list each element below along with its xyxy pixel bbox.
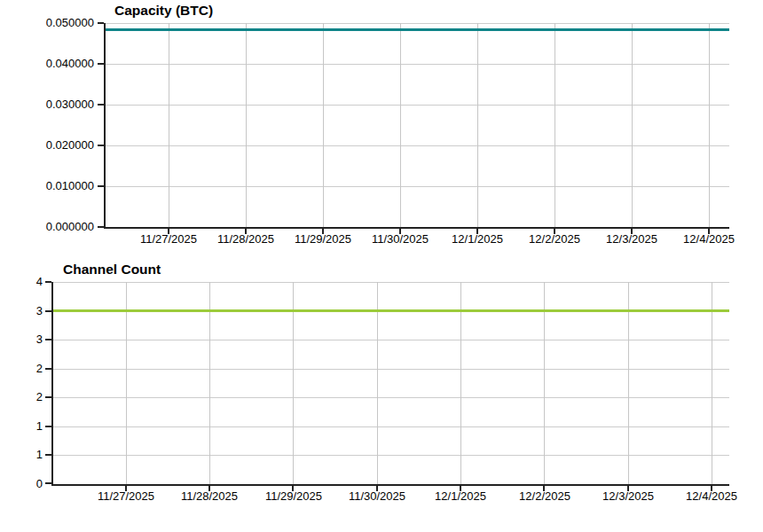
y-axis-tick bbox=[45, 396, 51, 398]
y-axis-tick bbox=[45, 368, 51, 370]
y-axis-label: 2 bbox=[16, 390, 43, 404]
y-axis-label: 3 bbox=[16, 304, 43, 318]
y-axis-label: 0.010000 bbox=[23, 179, 94, 193]
y-axis-label: 0.040000 bbox=[23, 57, 94, 71]
gridline bbox=[106, 23, 729, 24]
gridline bbox=[126, 282, 127, 484]
gridline bbox=[460, 282, 461, 484]
gridline bbox=[106, 64, 729, 65]
channel-count-plot-area bbox=[51, 282, 729, 486]
x-axis-label: 12/1/2025 bbox=[421, 489, 500, 503]
y-axis-tick bbox=[45, 426, 51, 427]
gridline bbox=[377, 282, 378, 484]
x-axis-label: 12/4/2025 bbox=[669, 232, 749, 246]
gridline bbox=[246, 23, 247, 227]
y-axis-tick bbox=[45, 454, 51, 456]
y-axis-tick bbox=[98, 185, 104, 187]
y-axis-label: 4 bbox=[16, 275, 43, 289]
x-axis-label: 12/1/2025 bbox=[437, 232, 517, 246]
gridline bbox=[169, 23, 169, 227]
gridline bbox=[555, 23, 555, 227]
gridline bbox=[544, 282, 545, 484]
gridline bbox=[400, 23, 401, 227]
y-axis-tick bbox=[98, 226, 104, 228]
y-axis-label: 2 bbox=[16, 362, 43, 376]
y-axis-label: 0.050000 bbox=[23, 16, 94, 30]
capacity-plot-area bbox=[104, 23, 729, 229]
x-axis-label: 11/27/2025 bbox=[129, 232, 208, 246]
gridline bbox=[293, 282, 294, 484]
y-axis-tick bbox=[45, 482, 51, 484]
x-axis-label: 11/29/2025 bbox=[254, 489, 334, 503]
capacity-chart-title: Capacity (BTC) bbox=[114, 3, 213, 19]
x-axis-label: 11/28/2025 bbox=[206, 232, 286, 246]
y-axis-tick bbox=[98, 104, 104, 106]
gridline bbox=[106, 145, 729, 146]
gridline bbox=[106, 186, 729, 187]
gridline bbox=[477, 23, 478, 227]
gridline bbox=[709, 23, 710, 227]
x-axis-label: 11/27/2025 bbox=[86, 489, 166, 503]
channel-count-chart-title: Channel Count bbox=[63, 262, 161, 278]
x-axis-label: 12/2/2025 bbox=[505, 489, 585, 503]
y-axis-tick bbox=[45, 310, 51, 312]
gridline bbox=[628, 282, 629, 484]
gridline bbox=[209, 282, 210, 484]
x-axis-label: 12/4/2025 bbox=[672, 489, 751, 503]
y-axis-tick bbox=[45, 281, 51, 283]
gridline bbox=[323, 23, 324, 227]
y-axis-label: 0.000000 bbox=[23, 220, 94, 234]
y-axis-tick bbox=[98, 63, 104, 65]
channel-count-series-line bbox=[53, 309, 729, 312]
y-axis-label: 0 bbox=[16, 477, 43, 491]
x-axis-label: 12/3/2025 bbox=[588, 489, 668, 503]
gridline bbox=[632, 23, 633, 227]
y-axis-label: 1 bbox=[16, 448, 43, 462]
chart-panel: Capacity (BTC) bbox=[0, 0, 763, 532]
x-axis-label: 11/30/2025 bbox=[337, 489, 417, 503]
y-axis-tick bbox=[98, 145, 104, 146]
y-axis-tick bbox=[45, 339, 51, 340]
x-axis-label: 12/3/2025 bbox=[592, 232, 672, 246]
y-axis-label: 3 bbox=[16, 332, 43, 347]
x-axis-label: 11/28/2025 bbox=[169, 489, 249, 503]
gridline bbox=[106, 105, 729, 106]
x-axis-label: 12/2/2025 bbox=[515, 232, 594, 246]
y-axis-label: 0.030000 bbox=[23, 98, 94, 112]
y-axis-tick bbox=[98, 22, 104, 24]
y-axis-label: 0.020000 bbox=[23, 138, 94, 153]
x-axis-label: 11/30/2025 bbox=[360, 232, 440, 246]
x-axis-label: 11/29/2025 bbox=[283, 232, 363, 246]
capacity-series-line bbox=[106, 28, 729, 31]
gridline bbox=[712, 282, 712, 484]
y-axis-label: 1 bbox=[16, 419, 43, 434]
